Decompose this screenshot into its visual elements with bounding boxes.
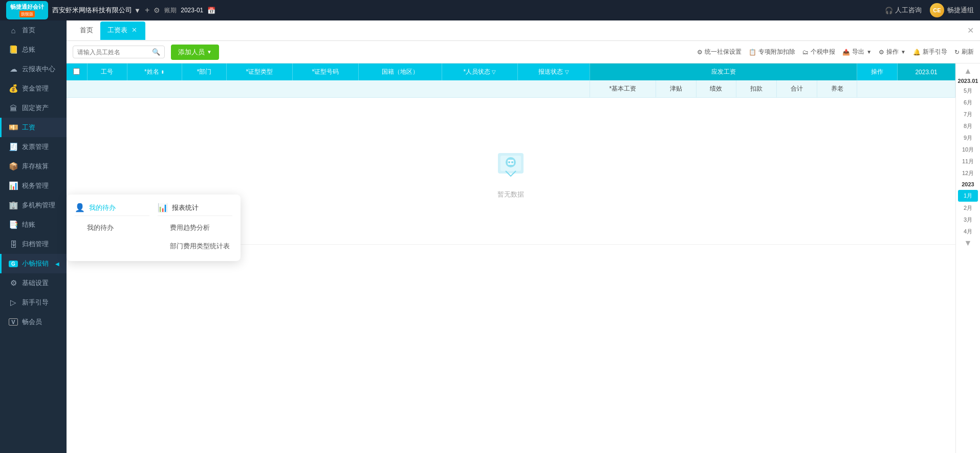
settle-icon: 📑 [9, 220, 18, 229]
sidebar-item-fund[interactable]: 💰 资金管理 [0, 79, 67, 98]
svg-point-5 [511, 161, 513, 163]
tax-report-btn[interactable]: 🗂 个税申报 [802, 48, 835, 56]
sidebar-item-settlement[interactable]: 📑 结账 [0, 215, 67, 234]
header-personnel-status: *人员状态 ▽ [442, 63, 518, 80]
popup-menu-grid: 👤 我的待办 我的待办 📊 报表统计 费用趋势分析 部门费用类型统计表 [75, 203, 232, 253]
select-all-checkbox[interactable] [73, 68, 80, 75]
period-value: 2023-01 [181, 7, 203, 14]
sidebar-item-label: 工资 [22, 123, 35, 132]
search-input[interactable] [77, 49, 149, 56]
popup-section-my-todo-label: 我的待办 [89, 203, 116, 212]
popup-section-my-todo: 👤 我的待办 我的待办 [75, 203, 149, 253]
timeline-up-nav[interactable]: ▲ [963, 66, 973, 77]
add-icon[interactable]: + [145, 6, 149, 15]
header-dept: *部门 [182, 63, 227, 80]
timeline-month-12[interactable]: 12月 [956, 167, 980, 179]
timeline-month-2[interactable]: 2月 [956, 202, 980, 214]
timeline-month-7[interactable]: 7月 [956, 109, 980, 120]
dept-expense-item[interactable]: 部门费用类型统计表 [158, 240, 232, 253]
timeline-current-month[interactable]: 1月 [958, 190, 978, 202]
export-icon: 📤 [842, 49, 850, 56]
invoice-icon: 🧾 [9, 142, 18, 152]
sidebar-item-new-guide[interactable]: ▷ 新手引导 [0, 293, 67, 312]
social-insurance-label: 统一社保设置 [705, 48, 742, 56]
tab-salary[interactable]: 工资表 ✕ [100, 21, 145, 40]
special-deduct-btn[interactable]: 📋 专项附加扣除 [749, 48, 795, 56]
sidebar-item-invoice[interactable]: 🧾 发票管理 [0, 137, 67, 157]
close-window-btn[interactable]: ✕ [967, 26, 974, 35]
sidebar-item-cloud-report[interactable]: ☁ 云报表中心 [0, 59, 67, 79]
refresh-icon: ↻ [954, 49, 960, 56]
add-person-button[interactable]: 添加人员 ▼ [171, 45, 219, 60]
sub-header-total: 合计 [776, 80, 817, 98]
tab-home[interactable]: 首页 [73, 21, 100, 40]
sidebar-item-home[interactable]: ⌂ 首页 [0, 20, 67, 40]
timeline-month-10[interactable]: 10月 [956, 144, 980, 156]
sidebar-item-multi-org[interactable]: 🏢 多机构管理 [0, 196, 67, 215]
timeline-month-3[interactable]: 3月 [956, 214, 980, 226]
export-label: 导出 [852, 48, 864, 56]
period-label: 账期 [164, 6, 177, 15]
fund-icon: 💰 [9, 84, 18, 93]
timeline-month-5[interactable]: 5月 [956, 85, 980, 97]
sidebar-item-label: 云报表中心 [22, 64, 55, 74]
company-dropdown-icon: ▼ [134, 7, 141, 14]
sidebar-item-basic[interactable]: ⚙ 基础设置 [0, 273, 67, 293]
sidebar-item-salary[interactable]: 💴 工资 [0, 118, 67, 137]
export-btn[interactable]: 📤 导出 ▼ [842, 48, 872, 56]
sidebar-item-tax[interactable]: 📊 税务管理 [0, 176, 67, 196]
settings-icon[interactable]: ⚙ [154, 6, 160, 14]
timeline-month-8[interactable]: 8月 [956, 120, 980, 132]
service-button[interactable]: 🎧 人工咨询 [885, 6, 922, 15]
search-box: 🔍 [73, 46, 165, 58]
todo-icon: 👤 [75, 203, 85, 212]
company-name: 西安虾米网络科技有限公司 [52, 6, 132, 15]
social-insurance-btn[interactable]: ⚙ 统一社保设置 [697, 48, 742, 56]
tax-report-label: 个税申报 [811, 48, 835, 56]
calendar-icon[interactable]: 📅 [207, 7, 215, 14]
timeline-month-11[interactable]: 11月 [956, 156, 980, 167]
tab-home-label: 首页 [80, 26, 93, 34]
salary-icon: 💴 [9, 123, 18, 132]
operations-icon: ⚙ [879, 49, 884, 56]
header-report-status: 报送状态 ▽ [518, 63, 590, 80]
header-empno: 工号 [87, 63, 127, 80]
top-bar: 畅捷通好会计 旗舰版 西安虾米网络科技有限公司 ▼ + ⚙ 账期 2023-01… [0, 0, 980, 20]
header-nationality: 国籍（地区） [358, 63, 442, 80]
sidebar-item-xiao-chang[interactable]: G 小畅报销 ◀ [0, 254, 67, 273]
new-guide-btn[interactable]: 🔔 新手引导 [913, 48, 947, 56]
gear-icon: ⚙ [9, 278, 18, 288]
sidebar-item-ledger[interactable]: 📒 总账 [0, 40, 67, 59]
header-id-no: *证型号码 [292, 63, 358, 80]
sidebar-item-label: 首页 [22, 26, 35, 35]
sidebar-item-member[interactable]: V 畅会员 [0, 312, 67, 332]
company-selector[interactable]: 西安虾米网络科技有限公司 ▼ [52, 6, 141, 15]
sidebar-item-fixed-assets[interactable]: 🏛 固定资产 [0, 98, 67, 118]
close-salary-tab[interactable]: ✕ [130, 26, 138, 34]
box-icon: 📦 [9, 162, 18, 171]
timeline-top-label: 2023.01 [957, 77, 979, 85]
operations-arrow: ▼ [901, 49, 906, 55]
user-button[interactable]: CE 畅捷通组 [930, 3, 974, 17]
xiao-chang-icon: G [9, 261, 18, 267]
header-checkbox[interactable] [67, 63, 87, 80]
my-todo-item[interactable]: 我的待办 [75, 221, 149, 234]
timeline-month-4[interactable]: 4月 [956, 226, 980, 238]
sub-header-base-salary: *基本工资 [590, 80, 656, 98]
timeline-month-6[interactable]: 6月 [956, 97, 980, 109]
operations-btn[interactable]: ⚙ 操作 ▼ [879, 48, 906, 56]
app-name: 畅捷通好会计 [10, 3, 44, 11]
sidebar-item-archive[interactable]: 🗄 归档管理 [0, 234, 67, 254]
toolbar: 🔍 添加人员 ▼ ⚙ 统一社保设置 📋 专项附加扣除 [67, 41, 980, 63]
sidebar-item-inventory[interactable]: 📦 库存核算 [0, 157, 67, 176]
refresh-btn[interactable]: ↻ 刷新 [954, 48, 974, 56]
sub-header-spacer [67, 80, 590, 98]
sub-header-deduction: 扣款 [736, 80, 777, 98]
sidebar-item-label: 固定资产 [22, 103, 49, 113]
timeline-month-9[interactable]: 9月 [956, 132, 980, 144]
empty-icon [490, 143, 531, 184]
expense-trend-item[interactable]: 费用趋势分析 [158, 221, 232, 234]
refresh-label: 刷新 [962, 48, 974, 56]
timeline-down-nav[interactable]: ▼ [963, 238, 973, 249]
popup-section-report-stats-label: 报表统计 [172, 203, 199, 212]
